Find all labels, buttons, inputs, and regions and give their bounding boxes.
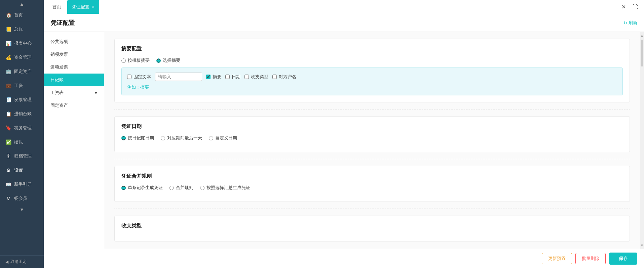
merge-rules-section: 凭证合并规则 单条记录生成凭证 合并规则 按照选择汇总生成凭证 xyxy=(114,166,630,202)
checkbox-summary-label: 摘要 xyxy=(213,74,221,80)
checkbox-counterpart-label: 对方户名 xyxy=(279,74,296,80)
sidebar-item-archive-label: 归档管理 xyxy=(14,153,32,159)
sidebar-scroll-down[interactable]: ▼ xyxy=(0,206,44,214)
nav-item-public-label: 公共选项 xyxy=(50,39,68,45)
refresh-label: 刷新 xyxy=(629,20,637,26)
checkbox-fixed-text[interactable]: 固定文本 xyxy=(127,74,151,80)
sidebar-item-checkout[interactable]: ✅ 结账 xyxy=(0,135,44,149)
divider-3 xyxy=(114,209,630,209)
pin-icon: ◀ xyxy=(5,260,8,264)
ledger-icon: 📒 xyxy=(5,26,11,32)
sidebar-unpin-button[interactable]: ◀ 取消固定 xyxy=(0,255,44,268)
option-by-selection[interactable]: 按照选择汇总生成凭证 xyxy=(200,185,250,191)
close-window-button[interactable]: ✕ xyxy=(619,3,628,11)
nav-item-fixed-assets-label: 固定资产 xyxy=(50,102,68,108)
nav-item-fixed-assets[interactable]: 固定资产 xyxy=(44,99,104,112)
tab-bar: 首页 凭证配置 ✕ ✕ ⛶ xyxy=(44,0,644,14)
archive-icon: 🗄 xyxy=(5,153,11,159)
checkbox-date-label: 日期 xyxy=(232,74,240,80)
option-custom-date[interactable]: 自定义日期 xyxy=(209,135,237,141)
option-single-label: 单条记录生成凭证 xyxy=(128,185,163,191)
radio-custom-date[interactable] xyxy=(209,136,213,140)
checkbox-counterpart[interactable]: 对方户名 xyxy=(272,74,296,80)
sidebar-item-archive[interactable]: 🗄 归档管理 xyxy=(0,149,44,163)
update-preview-button[interactable]: 更新预置 xyxy=(542,253,572,264)
radio-choose-summary[interactable] xyxy=(156,58,161,63)
checkbox-counterpart-input[interactable] xyxy=(272,75,277,79)
tab-home[interactable]: 首页 xyxy=(48,0,66,14)
checkout-icon: ✅ xyxy=(5,139,11,145)
option-by-journal-label: 按日记账日期 xyxy=(128,135,154,141)
fixed-text-input[interactable] xyxy=(155,73,202,81)
voucher-date-section: 凭证日期 按日记账日期 对应期间最后一天 自定义日期 xyxy=(114,116,630,152)
home-icon: 🏠 xyxy=(5,12,11,18)
page-title: 凭证配置 xyxy=(50,19,75,27)
collection-type-section: 收支类型 xyxy=(114,216,630,241)
checkbox-summary-input[interactable] xyxy=(206,75,211,79)
sidebar-item-reports-label: 报表中心 xyxy=(14,40,32,46)
tab-close-icon[interactable]: ✕ xyxy=(91,5,94,9)
tab-voucher[interactable]: 凭证配置 ✕ xyxy=(67,0,99,14)
voucher-date-options: 按日记账日期 对应期间最后一天 自定义日期 xyxy=(121,135,623,141)
payroll-expand-icon: ▾ xyxy=(95,90,97,95)
sidebar-scroll-up[interactable]: ▲ xyxy=(0,0,44,8)
sidebar-item-funds[interactable]: 💰 资金管理 xyxy=(0,50,44,64)
option-merge-rule[interactable]: 合并规则 xyxy=(169,185,193,191)
nav-item-public[interactable]: 公共选项 xyxy=(44,35,104,48)
tab-bar-actions: ✕ ⛶ xyxy=(619,3,640,11)
option-last-day[interactable]: 对应期间最后一天 xyxy=(161,135,202,141)
checkbox-date-input[interactable] xyxy=(225,75,230,79)
sidebar-item-salary[interactable]: 💼 工资 xyxy=(0,79,44,93)
radio-by-journal[interactable] xyxy=(121,136,126,140)
radio-template-summary[interactable] xyxy=(121,58,126,63)
sidebar-item-assets[interactable]: 🏢 固定资产 xyxy=(0,64,44,79)
sidebar-item-home[interactable]: 🏠 首页 xyxy=(0,8,44,22)
sidebar-item-purchase[interactable]: 📋 进销台账 xyxy=(0,107,44,121)
nav-item-purchase[interactable]: 进项发票 xyxy=(44,61,104,74)
option-merge-label: 合并规则 xyxy=(176,185,193,191)
sidebar-item-tax-label: 税务管理 xyxy=(14,125,32,131)
sidebar-item-home-label: 首页 xyxy=(14,12,23,18)
nav-item-purchase-label: 进项发票 xyxy=(50,64,68,70)
checkbox-payment-type[interactable]: 收支类型 xyxy=(244,74,268,80)
option-by-journal-date[interactable]: 按日记账日期 xyxy=(121,135,154,141)
refresh-icon: ↻ xyxy=(623,20,627,26)
option-last-day-label: 对应期间最后一天 xyxy=(167,135,202,141)
radio-single-record[interactable] xyxy=(121,186,126,190)
tab-voucher-label: 凭证配置 xyxy=(72,4,89,10)
settings-icon: ⚙ xyxy=(5,167,11,173)
sidebar-item-tax[interactable]: 🔖 税务管理 xyxy=(0,121,44,135)
sidebar-item-guide[interactable]: 📖 新手引导 xyxy=(0,177,44,191)
radio-merge-rule[interactable] xyxy=(169,186,174,190)
option-single-record[interactable]: 单条记录生成凭证 xyxy=(121,185,163,191)
save-button[interactable]: 保存 xyxy=(609,253,637,265)
checkbox-fixed-text-input[interactable] xyxy=(127,75,131,79)
checkbox-payment-input[interactable] xyxy=(244,75,249,79)
sidebar-item-settings[interactable]: ⚙ 设置 xyxy=(0,163,44,177)
sidebar-item-member[interactable]: V 畅会员 xyxy=(0,191,44,206)
scrollbar-thumb[interactable] xyxy=(641,40,643,66)
nav-item-journal[interactable]: 日记账 xyxy=(44,74,104,86)
batch-delete-button[interactable]: 批量删除 xyxy=(575,253,606,264)
radio-last-day[interactable] xyxy=(161,136,165,140)
invoice-icon: 🧾 xyxy=(5,97,11,103)
nav-item-payroll[interactable]: 工资表 ▾ xyxy=(44,86,104,99)
option-choose-summary[interactable]: 选择摘要 xyxy=(156,57,180,63)
sidebar-item-invoice[interactable]: 🧾 发票管理 xyxy=(0,93,44,107)
option-template-summary[interactable]: 按模板摘要 xyxy=(121,57,150,63)
radio-by-selection[interactable] xyxy=(200,186,204,190)
refresh-button[interactable]: ↻ 刷新 xyxy=(623,20,637,26)
purchase-icon: 📋 xyxy=(5,111,11,117)
scrollbar-down-arrow[interactable]: ▼ xyxy=(639,242,644,248)
sidebar-item-checkout-label: 结账 xyxy=(14,139,23,145)
sidebar-item-ledger[interactable]: 📒 总账 xyxy=(0,22,44,36)
sidebar-item-reports[interactable]: 📊 报表中心 xyxy=(0,36,44,50)
fullscreen-button[interactable]: ⛶ xyxy=(631,3,640,11)
sidebar-item-ledger-label: 总账 xyxy=(14,26,23,32)
scrollbar-up-arrow[interactable]: ▲ xyxy=(639,33,644,38)
sidebar-item-purchase-label: 进销台账 xyxy=(14,111,32,117)
checkbox-summary[interactable]: 摘要 xyxy=(206,74,221,80)
nav-item-sales[interactable]: 销项发票 xyxy=(44,48,104,61)
member-icon: V xyxy=(5,195,11,202)
checkbox-date[interactable]: 日期 xyxy=(225,74,240,80)
